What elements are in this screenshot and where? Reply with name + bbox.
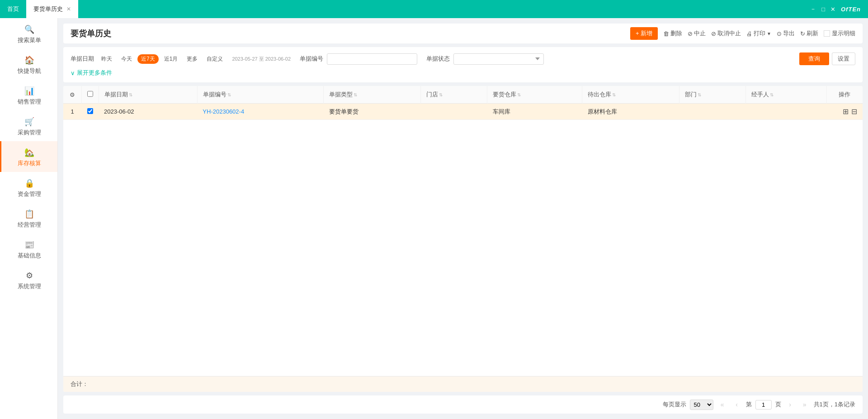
date-btn-7days[interactable]: 近7天: [137, 54, 159, 64]
sidebar-item-sales-mgmt[interactable]: 📊 销售管理: [0, 80, 57, 110]
sidebar-item-finance-mgmt[interactable]: 🔒 资金管理: [0, 172, 57, 203]
row-handler-cell: [745, 104, 826, 120]
col-docno-header[interactable]: 单据编号 ⇅: [197, 86, 323, 104]
doc-no-input[interactable]: [327, 53, 417, 65]
sidebar-item-system-mgmt[interactable]: ⚙ 系统管理: [0, 264, 57, 295]
col-dept-header[interactable]: 部门 ⇅: [679, 86, 745, 104]
date-btn-today[interactable]: 今天: [118, 54, 136, 64]
refresh-button[interactable]: ↻ 刷新: [800, 29, 818, 38]
prev-page-button[interactable]: ‹: [731, 399, 742, 410]
print-dropdown-icon: ▼: [767, 31, 771, 36]
col-date-header[interactable]: 单据日期 ⇅: [99, 86, 197, 104]
status-select[interactable]: 进行中 已完成 已中止: [453, 53, 544, 65]
date-btn-yesterday[interactable]: 昨天: [98, 54, 116, 64]
date-btn-custom[interactable]: 自定义: [203, 54, 226, 64]
col-store-header[interactable]: 门店 ⇅: [420, 86, 487, 104]
display-detail-checkbox[interactable]: [824, 30, 830, 37]
window-minimize-icon[interactable]: －: [810, 5, 816, 13]
sidebar-item-quick-nav[interactable]: 🏠 快捷导航: [0, 49, 57, 80]
window-close-icon[interactable]: ✕: [830, 6, 835, 13]
tab-home-label: 首页: [7, 5, 19, 13]
query-button[interactable]: 查询: [799, 52, 829, 65]
settings-button-label: 设置: [838, 55, 849, 63]
col-doctype-header[interactable]: 单据类型 ⇅: [324, 86, 421, 104]
delete-button[interactable]: 🗑 删除: [663, 29, 682, 38]
cancel-stop-button-label: 取消中止: [717, 29, 741, 38]
query-button-label: 查询: [808, 55, 820, 63]
display-detail-toggle[interactable]: 显示明细: [824, 29, 855, 38]
sales-icon: 📊: [24, 86, 34, 96]
search-icon: 🔍: [24, 24, 34, 34]
chevron-down-icon: ∨: [71, 70, 75, 76]
row-docno-cell[interactable]: YH-20230602-4: [197, 104, 323, 120]
tab-close-icon[interactable]: ✕: [66, 6, 71, 12]
table-footer: 合计：: [63, 376, 863, 392]
sort-icon-date: ⇅: [129, 92, 132, 97]
sidebar-item-purchase-mgmt[interactable]: 🛒 采购管理: [0, 110, 57, 141]
date-filter-buttons: 昨天 今天 近7天 近1月 更多 自定义: [98, 54, 226, 64]
last-page-button[interactable]: »: [799, 399, 810, 410]
data-table: ⚙ 单据日期 ⇅ 单据编号: [63, 86, 863, 120]
settings-button[interactable]: 设置: [832, 52, 855, 65]
row-more-icon[interactable]: ⊟: [851, 107, 857, 116]
expand-more-button[interactable]: ∨ 展开更多条件: [71, 69, 855, 77]
page-header: 要货单历史 + 新增 🗑 删除 ⊘ 中止 ⊘ 取消中止 🖨: [63, 24, 863, 43]
cancel-stop-button[interactable]: ⊘ 取消中止: [711, 29, 741, 38]
col-pending-warehouse-sort: 待出仓库 ⇅: [588, 90, 616, 99]
settings-gear-icon[interactable]: ⚙: [70, 91, 75, 98]
window-maximize-icon[interactable]: □: [821, 6, 825, 13]
table-header-row: ⚙ 单据日期 ⇅ 单据编号: [63, 86, 863, 104]
per-page-select[interactable]: 50 100 200: [690, 400, 713, 410]
sort-icon-handler: ⇅: [770, 92, 774, 97]
tab-home[interactable]: 首页: [0, 0, 26, 18]
new-button[interactable]: + 新增: [630, 27, 658, 40]
sidebar-item-inventory-calc[interactable]: 🏡 库存核算: [0, 141, 57, 172]
date-filter-group: 单据日期 昨天 今天 近7天 近1月 更多 自定义 2023-05-27 至 2…: [71, 54, 291, 64]
col-settings[interactable]: ⚙: [63, 86, 81, 104]
select-all-checkbox[interactable]: [87, 91, 93, 97]
sidebar-item-basic-info[interactable]: 📰 基础信息: [0, 233, 57, 264]
display-detail-label: 显示明细: [832, 29, 855, 38]
col-pending-warehouse-header[interactable]: 待出仓库 ⇅: [582, 86, 679, 104]
row-action-cell: ⊞ ⊟: [826, 104, 863, 120]
doc-no-filter-group: 单据编号: [300, 53, 417, 65]
col-checkbox-header[interactable]: [81, 86, 99, 104]
col-handler-sort: 经手人 ⇅: [751, 90, 774, 99]
expand-more-label: 展开更多条件: [77, 69, 112, 77]
date-btn-more[interactable]: 更多: [183, 54, 201, 64]
row-edit-icon[interactable]: ⊞: [843, 107, 849, 116]
row-docno-link[interactable]: YH-20230602-4: [203, 108, 244, 115]
export-button-label: 导出: [783, 29, 795, 38]
row-num-cell: 1: [63, 104, 81, 120]
col-handler-header[interactable]: 经手人 ⇅: [745, 86, 826, 104]
col-req-warehouse-header[interactable]: 要货仓库 ⇅: [487, 86, 582, 104]
next-page-button[interactable]: ›: [785, 399, 796, 410]
toolbar: + 新增 🗑 删除 ⊘ 中止 ⊘ 取消中止 🖨 打印 ▼: [630, 27, 855, 40]
table-spacer: [63, 120, 863, 376]
stop-button[interactable]: ⊘ 中止: [688, 29, 706, 38]
top-nav-tabs: 首页 要货单历史 ✕: [0, 0, 78, 18]
filter-row: 单据日期 昨天 今天 近7天 近1月 更多 自定义 2023-05-27 至 2…: [71, 52, 855, 65]
row-pending-warehouse-cell: 原材料仓库: [582, 104, 679, 120]
sort-icon-docno: ⇅: [227, 92, 231, 97]
date-btn-1month[interactable]: 近1月: [160, 54, 182, 64]
col-req-warehouse-sort: 要货仓库 ⇅: [493, 90, 521, 99]
table-row[interactable]: 1 2023-06-02 YH-20230602-4 要货单要货 车间库 原材料…: [63, 104, 863, 120]
inventory-icon: 🏡: [24, 148, 34, 157]
sidebar-item-operations-mgmt[interactable]: 📋 经营管理: [0, 203, 57, 233]
col-store-sort: 门店 ⇅: [426, 90, 443, 99]
sort-icon-doctype: ⇅: [354, 92, 357, 97]
row-checkbox[interactable]: [87, 108, 93, 114]
print-button[interactable]: 🖨 打印 ▼: [746, 29, 771, 38]
pagination-bar: 每页显示 50 100 200 « ‹ 第 页 › » 共1页，1条记录: [63, 395, 863, 414]
row-checkbox-cell[interactable]: [81, 104, 99, 120]
footer-summary-label: 合计：: [71, 381, 88, 387]
delete-button-label: 删除: [670, 29, 682, 38]
first-page-button[interactable]: «: [717, 399, 728, 410]
sidebar-item-search-menu[interactable]: 🔍 搜索菜单: [0, 18, 57, 49]
page-input[interactable]: [755, 400, 772, 409]
export-button[interactable]: ⊙ 导出: [777, 29, 795, 38]
top-nav-bar: 首页 要货单历史 ✕ － □ ✕ OfTEn: [0, 0, 868, 18]
tab-requisition-history[interactable]: 要货单历史 ✕: [26, 0, 78, 18]
col-docno-sort: 单据编号 ⇅: [203, 90, 231, 99]
